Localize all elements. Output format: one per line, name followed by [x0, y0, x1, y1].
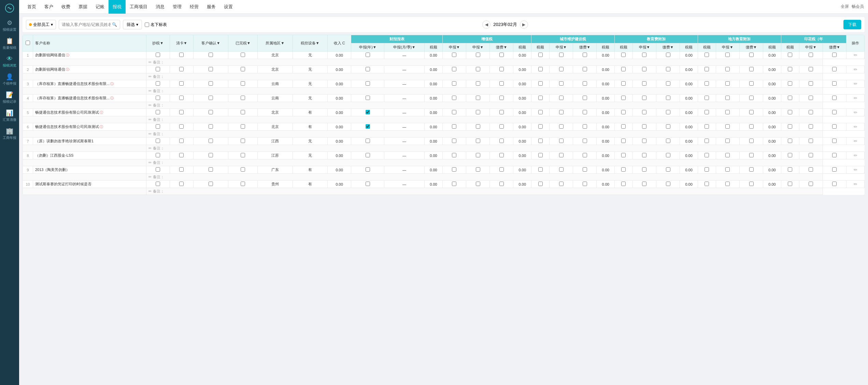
chaoshui-6[interactable]: [146, 123, 170, 131]
vat-apply-10[interactable]: [442, 181, 466, 188]
wanshui-4[interactable]: [228, 95, 258, 102]
confirm-cb-5[interactable]: [209, 110, 213, 114]
stamp-pay-cb-8[interactable]: [832, 153, 837, 157]
fullscreen-btn[interactable]: 全屏: [841, 4, 849, 10]
urban-tax-cb-6[interactable]: [538, 124, 543, 129]
urban-tax-cb-4[interactable]: [538, 96, 543, 100]
urban-pay-10[interactable]: [573, 181, 597, 188]
wanshui-cb-8[interactable]: [241, 153, 245, 157]
stamp-apply-7[interactable]: [799, 138, 823, 145]
vat-apply-5[interactable]: [442, 109, 466, 116]
urban-tax-cb-1[interactable]: [538, 53, 543, 57]
vat-apply-6[interactable]: [442, 123, 466, 131]
edu-tax-10[interactable]: [615, 181, 633, 188]
urban-pay-5[interactable]: [573, 109, 597, 116]
caibao-year-cb-5[interactable]: [366, 110, 370, 114]
wanshui-cb-5[interactable]: [241, 110, 245, 114]
action-3[interactable]: ✏: [846, 80, 865, 88]
stamp-pay-4[interactable]: [823, 95, 846, 102]
urban-pay-2[interactable]: [573, 66, 597, 73]
local-edu-pay-8[interactable]: [739, 152, 763, 159]
edu-apply-6[interactable]: [632, 123, 656, 131]
qingka-cb-9[interactable]: [179, 167, 184, 172]
caibao-year-8[interactable]: [351, 152, 384, 159]
stamp-pay-9[interactable]: [823, 166, 846, 174]
local-edu-tax-8[interactable]: [698, 152, 716, 159]
stamp-tax-cb-9[interactable]: [788, 167, 792, 172]
edu-apply-8[interactable]: [632, 152, 656, 159]
qingka-9[interactable]: [170, 166, 193, 174]
chaoshui-cb-7[interactable]: [156, 139, 160, 143]
local-edu-apply-6[interactable]: [716, 123, 739, 131]
vat-pay-8[interactable]: [490, 152, 513, 159]
confirm-4[interactable]: [194, 95, 228, 102]
edu-pay-cb-1[interactable]: [666, 53, 670, 57]
urban-tax-cb-5[interactable]: [538, 110, 543, 114]
vat-apply-cb-4[interactable]: [452, 96, 456, 100]
vat-apply2-8[interactable]: [466, 152, 490, 159]
chaoshui-cb-5[interactable]: [156, 110, 160, 114]
qingka-10[interactable]: [170, 181, 193, 188]
vat-apply2-cb-6[interactable]: [476, 124, 480, 129]
confirm-cb-1[interactable]: [209, 53, 213, 57]
local-edu-tax-cb-3[interactable]: [705, 81, 709, 86]
stamp-pay-6[interactable]: [823, 123, 846, 131]
qingka-cb-1[interactable]: [179, 53, 184, 57]
urban-tax-1[interactable]: [531, 52, 550, 59]
stamp-apply-1[interactable]: [799, 52, 823, 59]
urban-pay-9[interactable]: [573, 166, 597, 174]
search-input[interactable]: [62, 22, 111, 27]
qingka-8[interactable]: [170, 152, 193, 159]
wanshui-cb-4[interactable]: [241, 96, 245, 100]
urban-tax-5[interactable]: [531, 109, 550, 116]
action-4[interactable]: ✏: [846, 95, 865, 102]
vat-apply2-5[interactable]: [466, 109, 490, 116]
action-7[interactable]: ✏: [846, 138, 865, 145]
edu-tax-cb-10[interactable]: [621, 182, 626, 186]
stamp-apply-5[interactable]: [799, 109, 823, 116]
edu-apply-3[interactable]: [632, 80, 656, 88]
action-9[interactable]: ✏: [846, 166, 865, 174]
wanshui-6[interactable]: [228, 123, 258, 131]
edu-tax-cb-8[interactable]: [621, 153, 626, 157]
local-edu-tax-cb-4[interactable]: [705, 96, 709, 100]
edu-pay-4[interactable]: [656, 95, 680, 102]
confirm-8[interactable]: [194, 152, 228, 159]
vat-pay-cb-2[interactable]: [499, 67, 504, 71]
confirm-1[interactable]: [194, 52, 228, 59]
vat-pay-cb-3[interactable]: [499, 81, 504, 86]
stamp-pay-cb-2[interactable]: [832, 67, 837, 71]
local-edu-pay-4[interactable]: [739, 95, 763, 102]
wanshui-cb-2[interactable]: [241, 67, 245, 71]
qingka-cb-8[interactable]: [179, 153, 184, 157]
vat-apply2-10[interactable]: [466, 181, 490, 188]
nav-piaoju[interactable]: 票据: [74, 0, 91, 14]
edit-icon-3[interactable]: ✏: [854, 81, 857, 86]
urban-apply-cb-1[interactable]: [559, 53, 564, 57]
stamp-tax-5[interactable]: [781, 109, 799, 116]
urban-tax-cb-7[interactable]: [538, 139, 543, 143]
confirm-cb-2[interactable]: [209, 67, 213, 71]
stamp-tax-9[interactable]: [781, 166, 799, 174]
confirm-9[interactable]: [194, 166, 228, 174]
vat-apply-cb-1[interactable]: [452, 53, 456, 57]
stamp-apply-10[interactable]: [799, 181, 823, 188]
vat-pay-cb-10[interactable]: [499, 182, 504, 186]
edu-apply-cb-4[interactable]: [642, 96, 646, 100]
chaoshui-1[interactable]: [146, 52, 170, 59]
note-content-4[interactable]: ✏备注：: [146, 102, 823, 109]
caibao-year-cb-3[interactable]: [366, 81, 370, 86]
urban-pay-6[interactable]: [573, 123, 597, 131]
wanshui-7[interactable]: [228, 138, 258, 145]
stamp-tax-4[interactable]: [781, 95, 799, 102]
urban-apply-cb-9[interactable]: [559, 167, 564, 172]
local-edu-apply-cb-1[interactable]: [725, 53, 730, 57]
stamp-apply-cb-3[interactable]: [809, 81, 813, 86]
stamp-tax-7[interactable]: [781, 138, 799, 145]
edu-tax-cb-9[interactable]: [621, 167, 626, 172]
qingka-cb-6[interactable]: [179, 124, 184, 129]
wanshui-10[interactable]: [228, 181, 258, 188]
local-edu-pay-cb-7[interactable]: [749, 139, 754, 143]
stamp-apply-6[interactable]: [799, 123, 823, 131]
urban-apply-8[interactable]: [549, 152, 573, 159]
